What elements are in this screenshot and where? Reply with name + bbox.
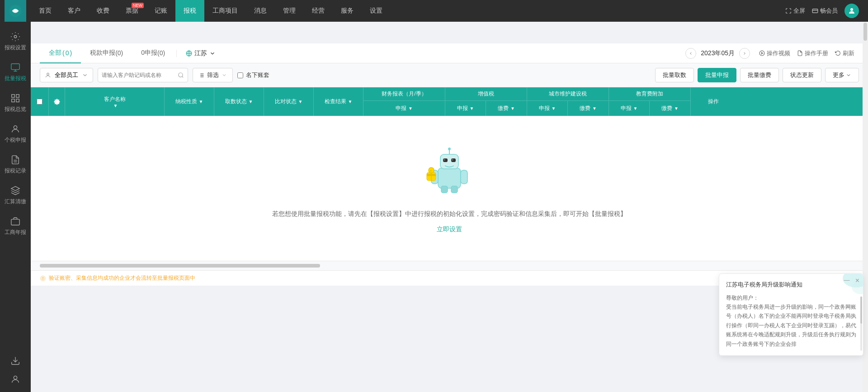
sidebar-label-tax-settings: 报税设置 (5, 44, 26, 52)
checkbox-label[interactable]: 名下账套 (237, 71, 269, 79)
svg-rect-6 (12, 95, 14, 97)
checkbox-text: 名下账套 (246, 71, 269, 79)
sidebar-item-personal-tax[interactable]: 个税申报 (0, 119, 31, 149)
tab-zero-declare[interactable]: 0申报 ( 0 ) (132, 43, 174, 63)
new-badge: NEW (132, 3, 144, 8)
sidebar-label-settlement: 汇算清缴 (5, 198, 26, 206)
nav-operation[interactable]: 经营 (304, 0, 333, 22)
th-op: 操作 (691, 87, 736, 116)
sidebar-label-biz-report: 工商年报 (5, 229, 26, 236)
search-icon[interactable] (178, 72, 184, 78)
staff-selector[interactable]: 全部员工 (40, 68, 93, 82)
filter-label: 筛选 (207, 71, 219, 79)
refresh-link[interactable]: 刷新 (835, 49, 854, 57)
nav-invoice[interactable]: 票据 NEW (118, 0, 146, 22)
svg-rect-9 (12, 99, 14, 102)
scrollbar-container (31, 261, 868, 270)
th-get-status: 取数状态 ▼ (214, 87, 264, 116)
svg-rect-7 (16, 95, 19, 97)
empty-message: 若您想使用批量报税功能，请先在【报税设置】中进行报税的初始化设置，完成密码验证和… (272, 209, 627, 219)
tab-all[interactable]: 全部 ( 0 ) (40, 43, 81, 63)
province-label: 江苏 (194, 49, 207, 57)
table-container: 客户名称 ▼ 纳税性质 ▼ 取数状态 ▼ 比对状态 ▼ (31, 87, 868, 261)
sidebar-bottom (7, 353, 24, 387)
notification-panel: — × 江苏电子税务局升级影响通知 尊敬的用户： 受当前电子税务局进一步升级的影… (719, 273, 863, 356)
search-box (98, 68, 188, 82)
sidebar-item-settlement[interactable]: 汇算清缴 (0, 180, 31, 211)
sidebar-label-personal-tax: 个税申报 (5, 136, 26, 144)
svg-text:¥: ¥ (430, 169, 432, 172)
select-all-checkbox[interactable] (37, 99, 42, 105)
staff-label: 全部员工 (55, 71, 78, 79)
province-selector[interactable]: 江苏 (179, 49, 222, 57)
logo[interactable] (5, 0, 26, 22)
nav-settings[interactable]: 设置 (362, 0, 391, 22)
horizontal-scrollbar-track[interactable] (40, 264, 320, 268)
svg-point-20 (47, 73, 49, 75)
th-check-result: 检查结果 ▼ (314, 87, 363, 116)
nav-customer[interactable]: 客户 (60, 0, 89, 22)
th-checkbox[interactable] (31, 87, 49, 116)
batch-pay-btn[interactable]: 批量缴费 (740, 68, 779, 82)
filter-btn[interactable]: 筛选 (193, 68, 233, 82)
search-input[interactable] (102, 72, 175, 78)
sidebar-item-batch-tax[interactable]: 批量报税 (0, 57, 31, 88)
checkbox-input[interactable] (237, 72, 243, 78)
sidebar-label-tax-overview: 报税总览 (5, 105, 26, 113)
setup-link[interactable]: 立即设置 (437, 225, 462, 234)
nav-biz[interactable]: 工商项目 (204, 0, 246, 22)
more-btn[interactable]: 更多 (825, 68, 859, 82)
notification-header: — × 江苏电子税务局升级影响通知 (726, 281, 856, 289)
svg-rect-13 (11, 219, 19, 225)
sidebar-item-biz-report[interactable]: 工商年报 (0, 211, 31, 242)
notif-scrollbar[interactable] (860, 296, 862, 351)
th-tax-nature: 纳税性质 ▼ (165, 87, 214, 116)
fullscreen-btn[interactable]: 全屏 (785, 7, 805, 15)
vertical-scrollbar-thumb[interactable] (863, 23, 867, 41)
top-nav: 首页 客户 收费 票据 NEW 记账 报税 工商项目 消息 管理 经营 服务 设… (0, 0, 868, 22)
sidebar-item-tax-records[interactable]: 报税记录 (0, 149, 31, 180)
sidebar-item-tax-settings[interactable]: 报税设置 (0, 26, 31, 57)
svg-point-4 (14, 35, 17, 38)
vip-btn[interactable]: 畅会员 (812, 7, 838, 15)
svg-point-15 (14, 376, 17, 379)
status-update-btn[interactable]: 状态更新 (783, 68, 821, 82)
svg-point-10 (14, 126, 17, 129)
th-vat-pay: 缴费 ▼ (486, 101, 527, 116)
warning-icon (40, 275, 46, 282)
tab-all-count-val: 0 (66, 49, 69, 57)
batch-get-btn[interactable]: 批量取数 (655, 68, 694, 82)
video-link[interactable]: 操作视频 (759, 49, 790, 57)
nav-manage[interactable]: 管理 (275, 0, 304, 22)
svg-line-22 (182, 76, 184, 78)
th-setting[interactable] (49, 87, 65, 116)
prev-month-btn[interactable] (685, 48, 696, 59)
tab-all-count: ( (62, 49, 65, 57)
th-edu-pay: 缴费 ▼ (650, 101, 690, 116)
th-compare: 比对状态 ▼ (264, 87, 314, 116)
notif-close-btn[interactable]: × (855, 277, 859, 285)
nav-service[interactable]: 服务 (333, 0, 362, 22)
nav-tax[interactable]: 报税 (175, 0, 204, 22)
nav-billing[interactable]: 收费 (89, 0, 118, 22)
th-group-vat: 增值税 申报 ▼ 缴费 ▼ (445, 87, 527, 116)
sidebar-item-tax-overview[interactable]: 报税总览 (0, 88, 31, 119)
horizontal-scrollbar-thumb[interactable] (40, 264, 320, 268)
sidebar-download-icon[interactable] (7, 353, 24, 369)
avatar[interactable] (844, 4, 859, 18)
manual-link[interactable]: 操作手册 (797, 49, 828, 57)
svg-point-3 (850, 8, 853, 11)
notif-scrollbar-thumb[interactable] (860, 296, 862, 324)
notif-title: 江苏电子税务局升级影响通知 (726, 281, 802, 289)
nav-message[interactable]: 消息 (246, 0, 275, 22)
tab-tax-declare[interactable]: 税款申报 ( 0 ) (81, 43, 132, 63)
nav-home[interactable]: 首页 (31, 0, 60, 22)
notif-minimize-btn[interactable]: — (843, 277, 850, 284)
svg-marker-19 (761, 52, 763, 54)
sidebar-user-icon[interactable] (7, 371, 24, 387)
next-month-btn[interactable] (739, 48, 750, 59)
nav-accounting[interactable]: 记账 (146, 0, 175, 22)
svg-rect-2 (812, 9, 818, 13)
svg-rect-8 (16, 99, 19, 102)
batch-declare-btn[interactable]: 批量申报 (698, 68, 736, 82)
